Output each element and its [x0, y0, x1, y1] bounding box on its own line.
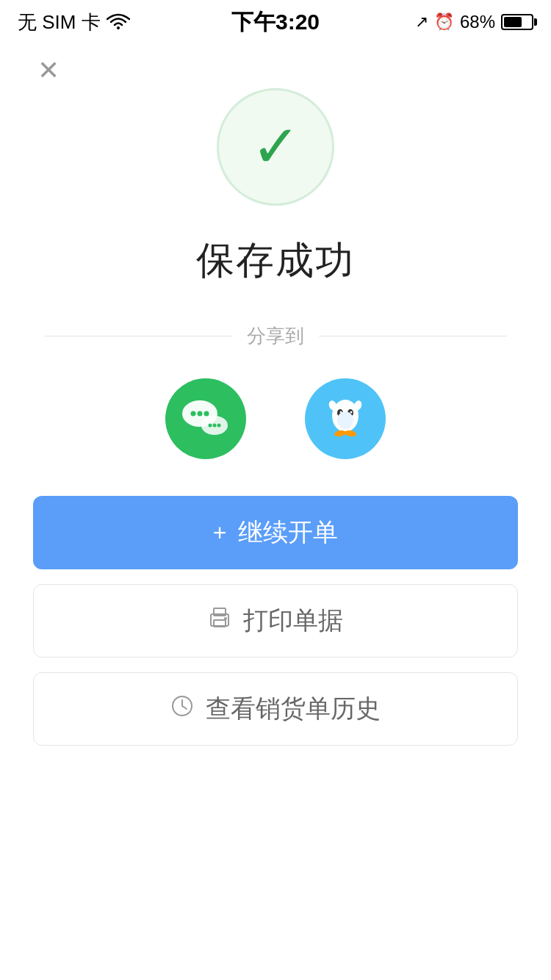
- plus-icon: +: [213, 519, 227, 547]
- qq-share-button[interactable]: [305, 378, 386, 459]
- svg-point-23: [224, 617, 227, 620]
- buttons-section: + 继续开单 打印单据: [33, 496, 518, 746]
- alarm-icon: ⏰: [434, 12, 454, 32]
- battery-icon: [501, 14, 533, 30]
- continue-label: 继续开单: [238, 516, 338, 550]
- print-label: 打印单据: [243, 604, 343, 638]
- status-left: 无 SIM 卡: [18, 10, 130, 35]
- close-button[interactable]: ✕: [29, 51, 68, 90]
- clock-icon: [170, 694, 194, 724]
- continue-button[interactable]: + 继续开单: [33, 496, 518, 569]
- svg-point-4: [204, 411, 209, 417]
- checkmark-icon: ✓: [251, 118, 300, 176]
- svg-point-8: [217, 424, 221, 428]
- status-time: 下午3:20: [231, 7, 320, 37]
- svg-point-17: [337, 411, 353, 429]
- history-label: 查看销货单历史: [206, 692, 381, 726]
- success-title: 保存成功: [196, 235, 355, 287]
- share-section: 分享到: [0, 323, 551, 459]
- carrier-text: 无 SIM 卡: [18, 10, 101, 35]
- print-button[interactable]: 打印单据: [33, 584, 518, 657]
- share-icons: [0, 378, 551, 459]
- share-divider: 分享到: [0, 323, 551, 349]
- location-icon: ↗: [415, 12, 428, 32]
- close-icon: ✕: [37, 57, 60, 84]
- svg-point-6: [209, 424, 212, 428]
- qq-icon: [324, 394, 367, 444]
- status-right: ↗ ⏰ 68%: [415, 12, 533, 32]
- wechat-icon: [181, 397, 231, 440]
- svg-point-0: [117, 26, 120, 29]
- svg-point-7: [213, 424, 217, 428]
- svg-point-3: [198, 411, 203, 417]
- battery-pct: 68%: [460, 12, 495, 32]
- wifi-icon: [107, 13, 130, 31]
- svg-point-13: [350, 411, 353, 414]
- history-button[interactable]: 查看销货单历史: [33, 672, 518, 746]
- main-content: ✓ 保存成功 分享到: [0, 44, 551, 746]
- print-icon: [208, 607, 231, 635]
- share-label: 分享到: [232, 323, 319, 349]
- wechat-share-button[interactable]: [165, 378, 246, 459]
- svg-point-2: [191, 411, 196, 417]
- success-circle: ✓: [217, 88, 334, 206]
- svg-line-26: [182, 706, 187, 709]
- status-bar: 无 SIM 卡 下午3:20 ↗ ⏰ 68%: [0, 0, 551, 44]
